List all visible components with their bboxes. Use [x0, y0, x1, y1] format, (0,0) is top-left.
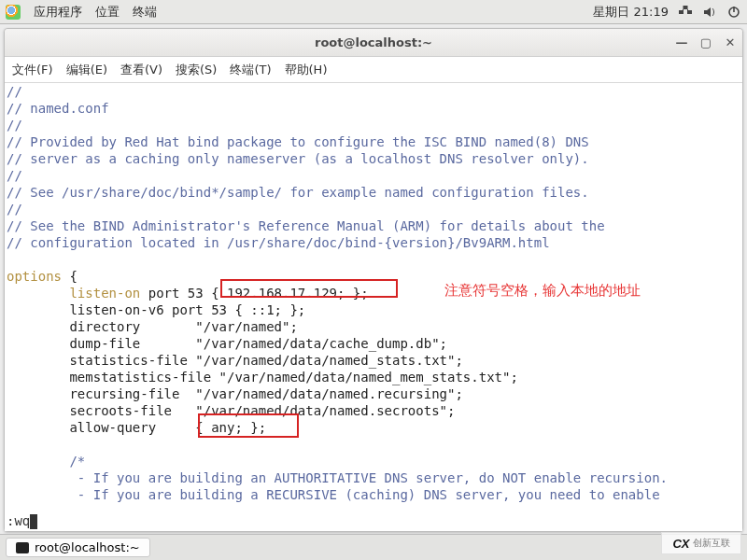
config-line: statistics-file "/var/named/data/named_s…: [7, 353, 463, 368]
terminal-window: root@localhost:~ — ▢ ✕ 文件(F) 编辑(E) 查看(V)…: [4, 28, 743, 532]
vim-command-line[interactable]: :wq: [7, 512, 37, 529]
terminal-icon: [16, 542, 29, 553]
system-top-panel: 应用程序 位置 终端 星期日 21:19: [0, 0, 747, 24]
config-line: memstatistics-file "/var/named/data/name…: [7, 370, 518, 385]
volume-icon[interactable]: [702, 5, 717, 20]
listen-on-value: { 192.168.17.129; };: [211, 286, 369, 301]
allow-query-pre: allow-query: [7, 420, 195, 435]
window-menu-bar: 文件(F) 编辑(E) 查看(V) 搜索(S) 终端(T) 帮助(H): [5, 57, 742, 83]
config-line: secroots-file "/var/named/data/named.sec…: [7, 403, 455, 418]
menu-help[interactable]: 帮助(H): [285, 62, 328, 78]
task-item-terminal[interactable]: root@localhost:~: [6, 538, 150, 557]
menu-terminal[interactable]: 终端(T): [230, 62, 271, 78]
comment-line: //: [7, 168, 22, 183]
config-line: dump-file "/var/named/data/cache_dump.db…: [7, 336, 447, 351]
comment-line: /*: [7, 454, 85, 469]
comment-line: // server as a caching only nameserver (…: [7, 151, 589, 166]
panel-clock[interactable]: 星期日 21:19: [593, 4, 669, 21]
allow-query-value: { any; };: [195, 420, 266, 435]
gnome-logo-icon: [6, 5, 21, 20]
menu-search[interactable]: 搜索(S): [176, 62, 217, 78]
comment-line: // See the BIND Administrator's Referenc…: [7, 218, 605, 233]
options-keyword: options: [7, 269, 62, 284]
config-line: listen-on-v6 port 53 { ::1; };: [7, 302, 305, 317]
bottom-taskbar: root@localhost:~: [0, 534, 747, 560]
annotation-note: 注意符号空格，输入本地的地址: [444, 282, 641, 300]
comment-line: - If you are building a RECURSIVE (cachi…: [7, 487, 660, 502]
window-title-bar[interactable]: root@localhost:~ — ▢ ✕: [5, 29, 742, 57]
comment-line: // named.conf: [7, 101, 109, 116]
menu-view[interactable]: 查看(V): [120, 62, 162, 78]
power-icon[interactable]: [726, 5, 741, 20]
brace: {: [62, 269, 78, 284]
terminal-content[interactable]: // // named.conf // // Provided by Red H…: [5, 83, 742, 531]
comment-line: // configuration located in /usr/share/d…: [7, 235, 550, 250]
listen-on-keyword: listen-on: [69, 286, 140, 301]
task-item-label: root@localhost:~: [35, 540, 140, 554]
panel-apps-menu[interactable]: 应用程序: [34, 4, 82, 21]
panel-places-menu[interactable]: 位置: [95, 4, 120, 21]
config-line: directory "/var/named";: [7, 319, 298, 334]
close-button[interactable]: ✕: [724, 36, 737, 49]
menu-file[interactable]: 文件(F): [12, 62, 53, 78]
minimize-button[interactable]: —: [675, 36, 688, 49]
comment-line: // Provided by Red Hat bind package to c…: [7, 134, 589, 149]
window-title: root@localhost:~: [315, 35, 432, 49]
panel-terminal-menu[interactable]: 终端: [133, 4, 157, 21]
watermark-text: 创新互联: [693, 537, 730, 550]
listen-on-text: port 53: [140, 286, 211, 301]
comment-line: - If you are building an AUTHORITATIVE D…: [7, 470, 668, 485]
watermark-badge: CX 创新互联: [661, 532, 741, 554]
comment-line: //: [7, 84, 22, 99]
config-line: recursing-file "/var/named/data/named.re…: [7, 386, 463, 401]
text-cursor: [30, 514, 37, 529]
menu-edit[interactable]: 编辑(E): [66, 62, 107, 78]
network-icon[interactable]: [678, 5, 693, 20]
maximize-button[interactable]: ▢: [699, 36, 712, 49]
comment-line: //: [7, 202, 22, 217]
watermark-brand: CX: [672, 537, 689, 551]
comment-line: //: [7, 118, 22, 133]
comment-line: // See /usr/share/doc/bind*/sample/ for …: [7, 185, 589, 200]
vim-command-text: :wq: [7, 513, 30, 528]
svg-rect-4: [733, 7, 735, 12]
